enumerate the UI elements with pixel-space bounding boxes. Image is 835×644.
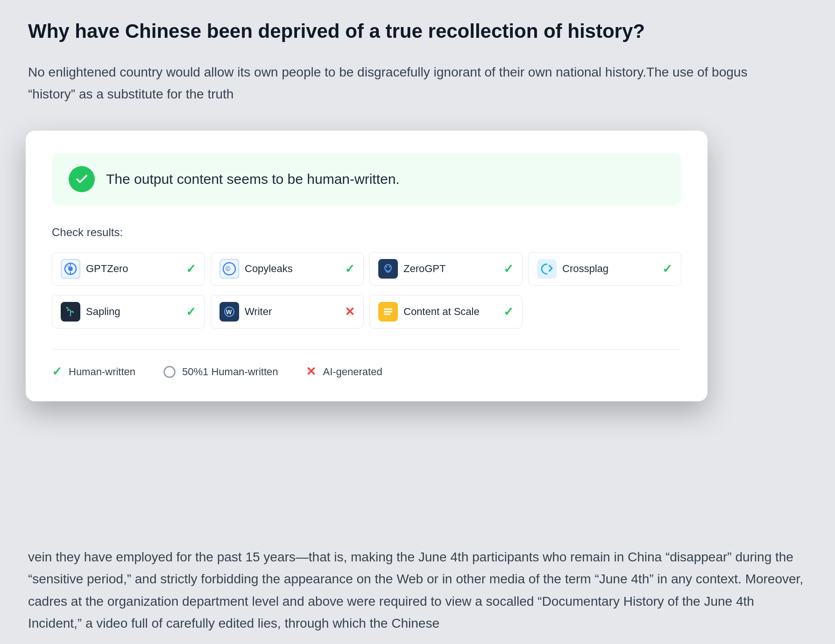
- detector-sapling: Sapling ✓: [52, 295, 205, 329]
- svg-point-4: [67, 265, 70, 268]
- status-banner: The output content seems to be human-wri…: [52, 153, 681, 205]
- sapling-logo: [61, 302, 80, 322]
- gptzero-logo: [61, 259, 80, 279]
- status-message: The output content seems to be human-wri…: [106, 171, 400, 187]
- article-paragraph-1: No enlightened country would allow its o…: [28, 61, 775, 105]
- article-paragraph-2: vein they have employed for the past 15 …: [28, 546, 807, 635]
- gptzero-name: GPTZero: [86, 263, 180, 275]
- svg-rect-18: [384, 311, 392, 313]
- copyleaks-name: Copyleaks: [245, 263, 339, 275]
- zerogpt-name: ZeroGPT: [403, 263, 498, 275]
- sapling-result: ✓: [186, 305, 196, 319]
- legend-circle-icon: [163, 366, 176, 378]
- copyleaks-logo: ©: [219, 259, 239, 279]
- sapling-name: Sapling: [86, 306, 180, 318]
- status-check-circle: [69, 166, 95, 192]
- crossplag-result: ✓: [662, 262, 672, 276]
- content-at-scale-result: ✓: [503, 305, 514, 319]
- writer-name: Writer: [245, 306, 339, 318]
- writer-logo: W: [219, 302, 239, 322]
- legend-human-written-label: Human-written: [69, 366, 135, 378]
- legend-cross-icon: ✕: [306, 364, 316, 379]
- detector-zerogpt: ZeroGPT ✓: [369, 252, 523, 286]
- crossplag-name: Crossplag: [562, 263, 657, 275]
- svg-rect-7: [381, 262, 395, 276]
- detector-writer: W Writer ✕: [211, 295, 364, 329]
- article-bottom-section: vein they have employed for the past 15 …: [28, 546, 807, 635]
- check-results-label: Check results:: [52, 226, 681, 239]
- crossplag-logo: [537, 259, 557, 279]
- legend-ai-generated-label: AI-generated: [323, 366, 382, 378]
- article-title: Why have Chinese been deprived of a true…: [28, 19, 775, 44]
- svg-point-10: [389, 266, 390, 268]
- detector-crossplag: Crossplag ✓: [528, 252, 681, 286]
- ai-detection-modal: The output content seems to be human-wri…: [26, 131, 708, 401]
- modal-divider: [52, 349, 681, 350]
- svg-rect-19: [384, 314, 390, 315]
- legend-50-percent: 50%1 Human-written: [163, 366, 278, 378]
- gptzero-result: ✓: [186, 262, 196, 276]
- writer-result: ✕: [345, 305, 355, 319]
- zerogpt-logo: [378, 259, 398, 279]
- legend: ✓ Human-written 50%1 Human-written ✕ AI-…: [52, 364, 681, 379]
- svg-point-9: [386, 266, 388, 268]
- content-at-scale-name: Content at Scale: [403, 306, 498, 318]
- content-at-scale-logo: [378, 302, 398, 322]
- detector-copyleaks: © Copyleaks ✓: [211, 252, 364, 286]
- detector-content-at-scale: Content at Scale ✓: [369, 295, 523, 329]
- copyleaks-result: ✓: [345, 262, 355, 276]
- legend-check-icon: ✓: [52, 364, 62, 379]
- legend-ai-generated: ✕ AI-generated: [306, 364, 382, 379]
- detectors-grid: GPTZero ✓ © Copyleaks ✓: [52, 252, 681, 329]
- svg-rect-17: [384, 308, 392, 310]
- detector-gptzero: GPTZero ✓: [52, 252, 205, 286]
- legend-human-written: ✓ Human-written: [52, 364, 135, 379]
- svg-text:©: ©: [226, 265, 231, 273]
- zerogpt-result: ✓: [503, 262, 514, 276]
- legend-50-percent-label: 50%1 Human-written: [182, 366, 278, 378]
- svg-text:W: W: [226, 308, 232, 315]
